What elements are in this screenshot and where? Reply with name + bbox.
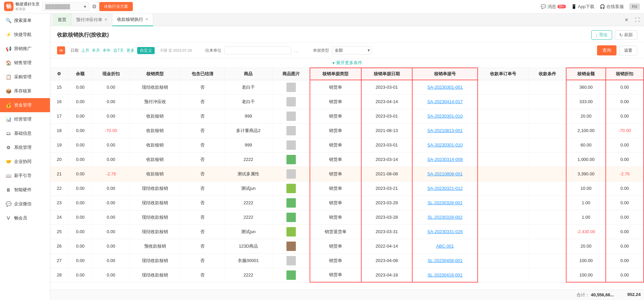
sidebar-item-wechat[interactable]: 💬 企业微信: [0, 197, 50, 211]
sidebar-item-enterprise[interactable]: 🤝 企业协同: [0, 155, 50, 169]
user-avatar[interactable]: Rit: [629, 3, 640, 10]
date-option-this-year[interactable]: 本年: [103, 48, 111, 53]
receipt-tab-close[interactable]: ✕: [145, 17, 148, 22]
app-download-item[interactable]: 📱 App下载: [571, 4, 594, 10]
sales-icon: 🏠: [5, 60, 11, 66]
setting-button[interactable]: 设置: [619, 46, 637, 55]
cell-product-image: [272, 268, 310, 282]
sidebar-item-shortcut[interactable]: ⚡ 快捷导航: [0, 28, 50, 42]
app-download-label: App下载: [578, 4, 594, 10]
voucher-type-select[interactable]: 全部: [332, 46, 372, 54]
prepay-tab-close[interactable]: ✕: [104, 17, 107, 22]
cell-voucher-no[interactable]: SA-20230331-026: [412, 224, 478, 239]
cell-product-image: [272, 253, 310, 268]
sidebar-label-purchase: 采购管理: [14, 74, 32, 80]
cell-receipt-condition: [529, 210, 566, 224]
partner-filter-input[interactable]: [224, 46, 291, 54]
date-option-7days[interactable]: 近7天: [113, 48, 124, 53]
sidebar-item-basic[interactable]: 🗂 基础信息: [0, 126, 50, 140]
cell-voucher-no[interactable]: SA-20230314-008: [412, 152, 478, 167]
sidebar-label-finance: 资金管理: [14, 102, 32, 108]
cell-seq: 15: [50, 80, 68, 94]
date-option-last-month[interactable]: 上月: [81, 48, 89, 53]
refresh-button[interactable]: ↻ 刷新: [615, 30, 637, 40]
cell-product-image: [272, 224, 310, 239]
cell-seq: 26: [50, 239, 68, 253]
filter-expand-button[interactable]: ≫: [57, 46, 65, 54]
date-option-this-month[interactable]: 本月: [92, 48, 100, 53]
cell-seq: 27: [50, 253, 68, 268]
date-option-more[interactable]: 更多: [126, 48, 135, 53]
cell-voucher-no[interactable]: SA-20230321-012: [412, 181, 478, 196]
sidebar-item-guide[interactable]: 📖 新手引导: [0, 169, 50, 183]
notification-label: 消息: [547, 4, 556, 10]
tab-prepay[interactable]: 预付冲应付单 ✕: [71, 13, 112, 26]
cell-voucher-no[interactable]: SA-20210808-001: [412, 167, 478, 181]
cell-voucher-date: 2021-08-13: [361, 123, 413, 138]
sidebar-item-marketing[interactable]: 📢 营销推广: [0, 42, 50, 56]
cell-voucher-date: 2023-03-31: [361, 224, 413, 239]
cell-voucher-no[interactable]: SA-20230301-010: [412, 109, 478, 123]
cell-receipt-order-no: [478, 196, 529, 210]
table-row: 21 0.00 -2.76 收款核销 否 测试多属性 销货单 2021-08-0…: [50, 167, 644, 181]
page-title: 收款核销执行(按收款): [57, 32, 109, 39]
sidebar-item-hardware[interactable]: 🖥 智能硬件: [0, 183, 50, 197]
cell-voucher-no[interactable]: SA-20230301-010: [412, 138, 478, 152]
settings-icon[interactable]: ⚙: [92, 3, 97, 10]
export-button[interactable]: ↑ 导出: [591, 30, 612, 40]
cell-write-off-amount: 100.00: [566, 253, 606, 268]
date-filter-group: 日期 上月 本月 本年 近7天 更多 自定义: [70, 47, 155, 54]
notification-item[interactable]: 💬 消息 99+: [541, 4, 566, 10]
sidebar-item-system[interactable]: ⚙ 系统管理: [0, 140, 50, 155]
sidebar-item-operation[interactable]: 📊 经营管理: [0, 112, 50, 126]
cell-voucher-no[interactable]: SA-20230414-017: [412, 94, 478, 109]
cell-cash-discount: -70.00: [92, 123, 130, 138]
cell-included-settled: 否: [180, 239, 224, 253]
cell-voucher-no[interactable]: SL-20230408-001: [412, 253, 478, 268]
cell-voucher-type: 销货单: [310, 253, 361, 268]
cell-write-off-discount: 0.00: [606, 80, 644, 94]
partner-filter-group: 往来单位 ...: [205, 46, 300, 54]
tab-maximize-button[interactable]: ⛶: [633, 16, 641, 24]
cell-seq: 20: [50, 152, 68, 167]
cell-write-off-type: 收款核销: [130, 152, 180, 167]
sidebar-item-purchase[interactable]: 📋 采购管理: [0, 70, 50, 84]
cell-voucher-no[interactable]: SA-20230301-001: [412, 80, 478, 94]
footer-amount: 合计： 40,556,66...: [577, 292, 614, 298]
company-selector[interactable]: ████████ ▾: [42, 2, 89, 11]
cell-write-off-type: 收款核销: [130, 167, 180, 181]
top-bar-left: 畅 畅捷通好生意 标准版 ████████ ▾ ⚙ 休验行业方案: [4, 2, 537, 11]
cell-voucher-no[interactable]: SA-20210813-001: [412, 123, 478, 138]
cell-included-settled: 否: [180, 268, 224, 282]
industry-button[interactable]: 休验行业方案: [99, 2, 133, 11]
cell-balance: 0.00: [68, 123, 92, 138]
cell-seq: 23: [50, 196, 68, 210]
tab-close-button[interactable]: ✕: [623, 16, 631, 24]
cell-voucher-no[interactable]: SL-20230328-001: [412, 196, 478, 210]
product-thumb: [286, 155, 296, 164]
expand-more-button[interactable]: ▾ 展开更多条件: [332, 60, 362, 66]
sidebar-item-inventory[interactable]: 📦 库存核算: [0, 84, 50, 98]
sidebar-item-member[interactable]: V 畅会员: [0, 211, 50, 225]
cell-write-off-amount: 10.00: [566, 181, 606, 196]
sidebar-item-finance[interactable]: 💰 资金管理: [0, 98, 50, 112]
cell-voucher-date: 2023-03-01: [361, 80, 413, 94]
customer-service-item[interactable]: 🎧 在线客服: [600, 4, 624, 10]
cell-voucher-no[interactable]: SL-20230418-001: [412, 268, 478, 282]
col-setting[interactable]: ⚙: [50, 68, 68, 80]
cell-receipt-order-no: [478, 152, 529, 167]
sidebar-item-search[interactable]: 🔍 搜索菜单: [0, 13, 50, 28]
tab-receipt[interactable]: 收款核销执行 ✕: [112, 13, 153, 26]
sidebar-label-hardware: 智能硬件: [14, 187, 32, 193]
cell-write-off-amount: 360.00: [566, 80, 606, 94]
col-included-settled: 包含已结清: [180, 68, 224, 80]
date-custom-button[interactable]: 自定义: [137, 47, 155, 54]
app-icon: 📱: [571, 4, 577, 9]
sidebar-item-sales[interactable]: 🏠 销售管理: [0, 56, 50, 70]
cell-voucher-no[interactable]: ABC-001: [412, 239, 478, 253]
query-button[interactable]: 查询: [597, 45, 616, 55]
cell-cash-discount: 0.00: [92, 152, 130, 167]
cell-voucher-no[interactable]: SL-20230328-002: [412, 210, 478, 224]
cell-included-settled: 否: [180, 138, 224, 152]
tab-home[interactable]: 首页: [53, 13, 71, 26]
